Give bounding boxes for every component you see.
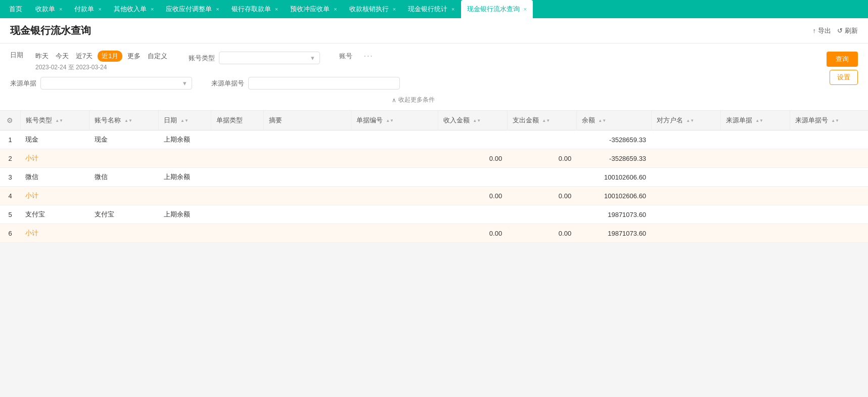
chevron-down-icon: ▾: [183, 79, 187, 87]
row-seq: 6: [0, 224, 20, 243]
sort-icon[interactable]: ▲▼: [755, 119, 763, 123]
col-counterparty: 对方户名 ▲▼: [651, 111, 720, 130]
source-doc-select[interactable]: ▾: [40, 77, 192, 90]
close-icon[interactable]: ×: [451, 0, 454, 18]
close-icon[interactable]: ×: [334, 0, 337, 18]
row-summary: [264, 205, 351, 224]
export-button[interactable]: ↑ 导出: [813, 26, 832, 35]
row-account-type: 支付宝: [20, 205, 89, 224]
sort-icon[interactable]: ▲▼: [386, 119, 394, 123]
col-date: 日期 ▲▼: [159, 111, 211, 130]
account-dots[interactable]: ···: [363, 52, 373, 61]
nav-home[interactable]: 首页: [2, 0, 29, 18]
sort-icon[interactable]: ▲▼: [473, 119, 481, 123]
row-income: 0.00: [438, 149, 507, 168]
row-date: 上期余额: [159, 130, 211, 149]
close-icon[interactable]: ×: [524, 0, 527, 18]
row-doc-type: [211, 187, 264, 205]
row-source-doc: [720, 187, 790, 205]
filter-area: 日期 昨天 今天 近7天 近1月 更多 自定义 2023-02-24 至 202…: [0, 43, 868, 111]
nav-item-adjustments[interactable]: 应收应付调整单 ×: [160, 0, 225, 18]
source-doc-no-input[interactable]: [248, 77, 400, 90]
date-more[interactable]: 更多: [125, 51, 143, 62]
nav-item-bank-deposits[interactable]: 银行存取款单 ×: [225, 0, 284, 18]
date-range-text: 2023-02-24 至 2023-03-24: [35, 63, 169, 72]
row-counterparty: [651, 224, 720, 243]
row-date: 上期余额: [159, 205, 211, 224]
close-icon[interactable]: ×: [98, 0, 101, 18]
date-yesterday[interactable]: 昨天: [33, 51, 51, 62]
row-expense: 0.00: [507, 187, 576, 205]
close-icon[interactable]: ×: [393, 0, 396, 18]
page-title: 现金银行流水查询: [10, 24, 91, 37]
row-account-name: [89, 149, 159, 168]
row-doc-type: [211, 168, 264, 187]
col-settings[interactable]: ⚙: [0, 111, 20, 130]
source-doc-no-label: 来源单据号: [211, 79, 244, 88]
account-type-select[interactable]: ▾: [219, 52, 320, 64]
col-source-doc-no: 来源单据号 ▲▼: [790, 111, 868, 130]
chevron-down-icon: ▾: [311, 54, 314, 62]
row-expense: [507, 168, 576, 187]
row-source-doc: [720, 130, 790, 149]
row-account-type: 小计: [20, 224, 89, 243]
collapse-button[interactable]: ∧ 收起更多条件: [10, 95, 816, 105]
row-source-doc-no: [790, 224, 868, 243]
sort-icon[interactable]: ▲▼: [831, 119, 839, 123]
close-icon[interactable]: ×: [59, 0, 62, 18]
row-expense: 0.00: [507, 224, 576, 243]
table-header-row: ⚙ 账号类型 ▲▼ 账号名称 ▲▼ 日期 ▲▼ 单据类型 摘: [0, 111, 868, 130]
nav-item-prepayment[interactable]: 预收冲应收单 ×: [284, 0, 343, 18]
row-income: [438, 168, 507, 187]
col-source-doc: 来源单据 ▲▼: [720, 111, 790, 130]
nav-item-other-income[interactable]: 其他收入单 ×: [108, 0, 160, 18]
col-doc-no: 单据编号 ▲▼: [351, 111, 438, 130]
gear-icon[interactable]: ⚙: [7, 116, 13, 124]
table-row: 2小计0.000.00-3528659.33: [0, 149, 868, 168]
sort-icon[interactable]: ▲▼: [598, 119, 606, 123]
row-seq: 2: [0, 149, 20, 168]
row-source-doc: [720, 149, 790, 168]
table-row: 5支付宝支付宝上期余额19871073.60: [0, 205, 868, 224]
row-summary: [264, 168, 351, 187]
source-doc-label: 来源单据: [10, 79, 36, 88]
date-1month[interactable]: 近1月: [98, 51, 122, 62]
sort-icon[interactable]: ▲▼: [55, 119, 63, 123]
sort-icon[interactable]: ▲▼: [542, 119, 550, 123]
date-label: 日期: [10, 51, 30, 60]
row-doc-no: [351, 187, 438, 205]
row-account-name: 支付宝: [89, 205, 159, 224]
date-today[interactable]: 今天: [54, 51, 71, 62]
row-account-name: 微信: [89, 168, 159, 187]
nav-item-payments[interactable]: 付款单 ×: [68, 0, 107, 18]
nav-item-cash-stats[interactable]: 现金银行统计 ×: [402, 0, 461, 18]
sort-icon[interactable]: ▲▼: [686, 119, 694, 123]
date-custom[interactable]: 自定义: [146, 51, 169, 62]
row-balance: -3528659.33: [576, 130, 651, 149]
query-button[interactable]: 查询: [827, 52, 858, 67]
row-source-doc-no: [790, 130, 868, 149]
nav-item-receipts-exec[interactable]: 收款核销执行 ×: [343, 0, 402, 18]
row-balance: 19871073.60: [576, 224, 651, 243]
close-icon[interactable]: ×: [275, 0, 278, 18]
close-icon[interactable]: ×: [216, 0, 219, 18]
refresh-button[interactable]: ↺ 刷新: [837, 26, 858, 35]
close-icon[interactable]: ×: [151, 0, 154, 18]
col-expense: 支出金额 ▲▼: [507, 111, 576, 130]
date-7days[interactable]: 近7天: [74, 51, 95, 62]
nav-item-receipts[interactable]: 收款单 ×: [29, 0, 68, 18]
row-counterparty: [651, 130, 720, 149]
nav-item-cash-flow-query[interactable]: 现金银行流水查询 ×: [461, 0, 533, 18]
row-balance: 100102606.60: [576, 168, 651, 187]
row-date: [159, 149, 211, 168]
row-summary: [264, 224, 351, 243]
table-body: 1现金现金上期余额-3528659.332小计0.000.00-3528659.…: [0, 130, 868, 243]
settings-button[interactable]: 设置: [830, 70, 858, 85]
row-expense: 0.00: [507, 149, 576, 168]
page-header: 现金银行流水查询 ↑ 导出 ↺ 刷新: [0, 18, 868, 43]
row-date: 上期余额: [159, 168, 211, 187]
row-counterparty: [651, 168, 720, 187]
col-balance: 余额 ▲▼: [576, 111, 651, 130]
sort-icon[interactable]: ▲▼: [124, 119, 132, 123]
sort-icon[interactable]: ▲▼: [180, 119, 189, 123]
